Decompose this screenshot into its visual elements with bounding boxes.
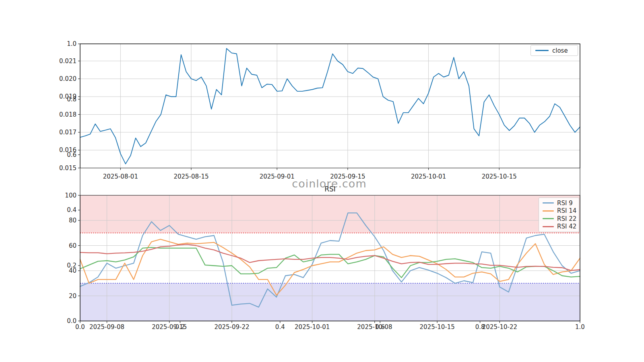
svg-text:0.018: 0.018: [59, 111, 76, 118]
price-panel: 0.0150.0160.0170.0180.0190.0200.0212025-…: [59, 44, 580, 180]
legend-item-rsi9: RSI 9: [543, 200, 579, 207]
rsi9-line-swatch: [543, 202, 554, 204]
svg-text:0.2: 0.2: [67, 262, 76, 269]
svg-text:1.0: 1.0: [575, 323, 585, 331]
svg-text:0.6: 0.6: [375, 323, 385, 331]
svg-text:20: 20: [69, 292, 76, 300]
svg-text:0.020: 0.020: [59, 75, 76, 82]
legend-label-rsi22: RSI 22: [557, 215, 576, 222]
rsi-panel: 204060801002025-09-082025-09-152025-09-2…: [65, 192, 580, 331]
legend-rsi: RSI 9 RSI 14 RSI 22 RSI 42: [539, 197, 579, 232]
legend-label-close: close: [552, 47, 568, 54]
svg-text:2025-10-01: 2025-10-01: [295, 323, 330, 331]
svg-text:2025-09-08: 2025-09-08: [89, 323, 124, 331]
svg-text:0.8: 0.8: [475, 323, 485, 331]
svg-text:0.2: 0.2: [175, 323, 185, 331]
svg-text:1.0: 1.0: [67, 40, 76, 47]
rsi14-line-swatch: [543, 210, 554, 212]
svg-text:0.4: 0.4: [67, 206, 76, 214]
legend-label-rsi14: RSI 14: [557, 207, 576, 214]
svg-text:0.015: 0.015: [59, 165, 76, 172]
svg-text:80: 80: [69, 217, 76, 224]
legend-label-rsi9: RSI 9: [557, 200, 573, 207]
legend-item-rsi42: RSI 42: [543, 223, 579, 230]
legend-label-rsi42: RSI 42: [557, 223, 576, 230]
svg-text:60: 60: [69, 242, 76, 249]
svg-text:2025-10-08: 2025-10-08: [357, 323, 392, 331]
svg-text:2025-10-22: 2025-10-22: [482, 323, 517, 331]
rsi42-line-swatch: [543, 226, 554, 227]
svg-text:2025-10-15: 2025-10-15: [420, 323, 455, 331]
svg-text:0.4: 0.4: [275, 323, 285, 331]
svg-text:2025-09-22: 2025-09-22: [214, 323, 249, 331]
chart-figure: 0.0150.0160.0170.0180.0190.0200.0212025-…: [0, 0, 644, 362]
svg-text:0.6: 0.6: [67, 151, 76, 158]
svg-text:0.0: 0.0: [75, 323, 85, 331]
rsi22-line-swatch: [543, 218, 554, 219]
svg-text:0.8: 0.8: [67, 96, 76, 103]
svg-text:0.017: 0.017: [59, 129, 76, 136]
close-line-swatch: [535, 50, 549, 51]
rsi-panel-title: RSI: [0, 185, 644, 193]
legend-item-rsi14: RSI 14: [543, 207, 579, 214]
legend-close: close: [530, 45, 578, 56]
svg-text:0.021: 0.021: [59, 58, 76, 65]
legend-item-rsi22: RSI 22: [543, 215, 579, 222]
